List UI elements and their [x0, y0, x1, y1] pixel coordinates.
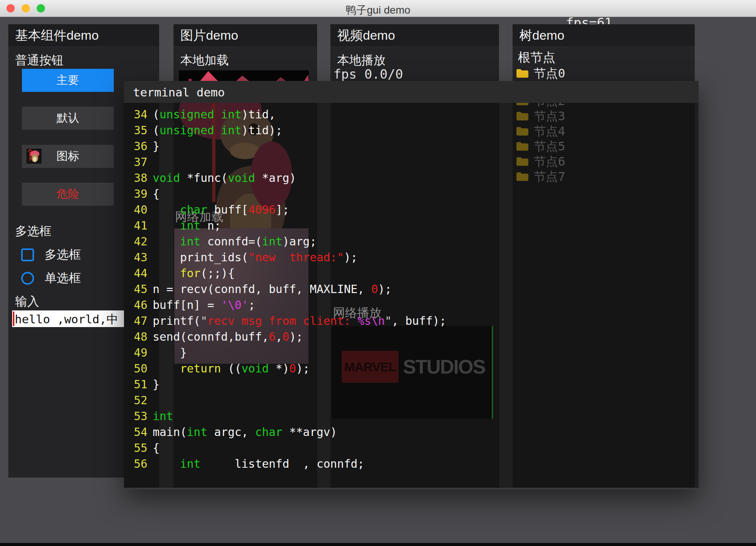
danger-button[interactable]: 危险 [22, 183, 114, 206]
icon-button[interactable]: 图标 [22, 145, 114, 168]
checkbox-row: 多选框 [21, 247, 81, 263]
line-number: 55 [133, 440, 147, 456]
window-bottom-edge [0, 543, 756, 546]
panel-image-title: 图片demo [174, 24, 317, 47]
line-number: 45 [133, 281, 147, 297]
primary-button-label: 主要 [57, 73, 79, 88]
local-play-label: 本地播放 [330, 47, 499, 69]
line-number: 36 [133, 138, 147, 154]
panel-video-title: 视频demo [330, 24, 499, 47]
code-line: 52 [124, 392, 699, 408]
default-button-label: 默认 [57, 110, 79, 126]
code-line: 56 int listenfd , connfd; [124, 456, 699, 472]
code-line: 54main(int argc, char **argv) [124, 424, 699, 440]
line-number: 52 [133, 392, 147, 408]
line-number: 35 [133, 123, 147, 138]
code-line: 37 [124, 154, 699, 170]
code-line: 43 print_ids("new thread:"); [124, 250, 699, 265]
line-number: 47 [133, 313, 147, 329]
line-number: 46 [133, 297, 147, 313]
line-number: 54 [133, 424, 147, 440]
primary-button[interactable]: 主要 [22, 69, 114, 92]
code-line: 49 } [124, 345, 699, 361]
window-title: 鸭子gui demo [0, 3, 756, 17]
code-line: 42 int connfd=(int)arg; [124, 234, 699, 250]
code-line: 36} [124, 138, 699, 154]
section-buttons-label: 普通按钮 [8, 47, 159, 69]
line-number: 49 [133, 345, 147, 361]
code-line: 35(unsigned int)tid); [124, 123, 699, 138]
code-line: 53int [124, 408, 699, 424]
line-number: 39 [133, 186, 147, 202]
terminal-code[interactable]: 34(unsigned int)tid,35(unsigned int)tid)… [124, 104, 699, 472]
code-line: 34(unsigned int)tid, [124, 107, 699, 123]
tree-node[interactable]: 节点0 [513, 66, 695, 81]
terminal-title: terminal demo [133, 85, 225, 99]
code-line: 46buff[n] = '\0'; [124, 297, 699, 313]
line-number: 38 [133, 170, 147, 186]
line-number: 41 [133, 218, 147, 234]
default-button[interactable]: 默认 [22, 107, 114, 130]
line-number: 51 [133, 377, 147, 392]
app-window: fps=61 鸭子gui demo 基本组件demo 普通按钮 主要 默认 图标 [0, 0, 756, 546]
line-number: 42 [133, 234, 147, 250]
section-input-label: 输入 [8, 288, 39, 310]
code-line: 48send(connfd,buff,6,0); [124, 329, 699, 345]
checkbox-label: 多选框 [45, 247, 81, 263]
window-titlebar: 鸭子gui demo [0, 0, 756, 17]
text-cursor [13, 312, 14, 326]
code-line: 47printf("recv msg from client: %s\n", b… [124, 313, 699, 329]
video-fps-text: fps 0.0/0 [333, 67, 403, 82]
code-line: 38void *func(void *arg) [124, 170, 699, 186]
tree-node-label: 节点0 [534, 65, 565, 82]
line-number: 50 [133, 361, 147, 377]
code-line: 50 return ((void *)0); [124, 361, 699, 377]
folder-icon [516, 68, 529, 79]
text-input[interactable]: hello ,world,中 [12, 310, 132, 327]
panel-tree-title: 树demo [513, 24, 695, 47]
radio-label: 单选框 [45, 270, 81, 287]
code-line: 41 int n; [124, 218, 699, 234]
local-load-label: 本地加载 [174, 47, 317, 69]
code-line: 55{ [124, 440, 699, 456]
terminal-bottom-bar [124, 488, 699, 490]
section-checkbox-label: 多选框 [8, 218, 51, 240]
code-line: 40 char buff[4096]; [124, 202, 699, 218]
line-number: 53 [133, 408, 147, 424]
danger-button-label: 危险 [57, 186, 79, 202]
radio-row: 单选框 [21, 270, 81, 287]
terminal-window[interactable]: 网络加载 网络播放 MARVEL STUDIOS 节点1节点2节点3节点4节点5… [124, 81, 699, 490]
line-number: 43 [133, 250, 147, 265]
panel-basic-title: 基本组件demo [8, 24, 159, 47]
line-number: 44 [133, 265, 147, 281]
input-value: hello ,world,中 [15, 312, 118, 327]
checkbox[interactable] [21, 248, 34, 261]
code-line: 51} [124, 377, 699, 392]
line-number: 34 [133, 107, 147, 123]
line-number: 48 [133, 329, 147, 345]
code-line: 44 for(;;){ [124, 265, 699, 281]
duck-thumbnail-icon [26, 149, 42, 164]
code-line: 39{ [124, 186, 699, 202]
tree-root-node[interactable]: 根节点 [513, 47, 695, 66]
line-number: 56 [133, 456, 147, 472]
line-number: 40 [133, 202, 147, 218]
code-line: 45n = recv(connfd, buff, MAXLINE, 0); [124, 281, 699, 297]
line-number: 37 [133, 154, 147, 170]
terminal-titlebar[interactable]: terminal demo [124, 81, 699, 103]
icon-button-label: 图标 [57, 149, 79, 164]
radio-button[interactable] [21, 272, 34, 285]
